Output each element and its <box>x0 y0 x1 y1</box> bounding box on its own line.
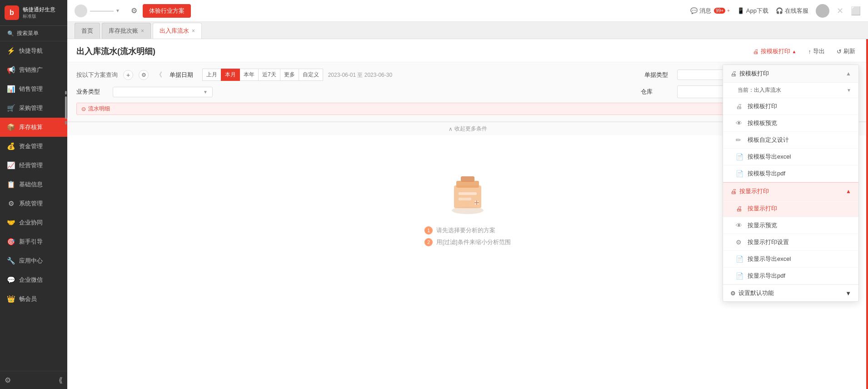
filter-setting-button[interactable]: ⚙ <box>139 70 149 80</box>
current-item-arrow: ▼ <box>847 88 851 93</box>
date-filter-current-year[interactable]: 本年 <box>239 69 259 81</box>
template-preview-icon: 👁 <box>736 120 744 127</box>
template-pdf-item[interactable]: 📄 按模板导出pdf <box>723 165 858 182</box>
warehouse-label: 仓库 <box>641 88 668 96</box>
filter-add-button[interactable]: + <box>123 70 133 80</box>
print-dropdown-arrow: ▲ <box>792 49 797 54</box>
page-header: 出入库流水(流水明细) 🖨 按模板打印 ▲ ↑ 导出 ↺ 刷新 <box>67 39 868 62</box>
topbar-right: 💬 消息 99+ + 📱 App下载 🎧 在线客服 ✕ ⬜ <box>690 4 861 18</box>
sidebar-item-quick-nav[interactable]: ⚡ 快捷导航 <box>0 41 67 60</box>
refresh-icon: ↺ <box>837 48 842 55</box>
template-excel-item[interactable]: 📄 按模板导出excel <box>723 149 858 165</box>
search-menu-item[interactable]: 🔍 搜索菜单 <box>0 26 67 41</box>
date-range-display: 2023-06-01 至 2023-06-30 <box>328 70 392 79</box>
template-current-item[interactable]: 当前：出入库流水 ▼ <box>723 83 858 98</box>
tab-inventory-flow-close[interactable]: × <box>192 28 195 34</box>
display-excel-item[interactable]: 📄 按显示导出excel <box>723 251 858 268</box>
collapse-label: 收起更多条件 <box>454 125 487 133</box>
date-filter-7days[interactable]: 近7天 <box>258 69 280 81</box>
sidebar-item-finance[interactable]: 💰 资金管理 <box>0 137 67 156</box>
sidebar-item-wechat[interactable]: 💬 企业微信 <box>0 270 67 289</box>
trial-button[interactable]: 体验行业方案 <box>143 4 191 18</box>
sidebar-item-app-center[interactable]: 🔧 应用中心 <box>0 251 67 270</box>
topbar: ———— ▼ ⚙ 体验行业方案 💬 消息 99+ + 📱 App下载 🎧 在线客… <box>67 0 868 22</box>
display-preview-item[interactable]: 👁 按显示预览 <box>723 217 858 234</box>
footer-arrow: ▼ <box>845 290 851 297</box>
user-avatar-top-area[interactable] <box>816 4 829 18</box>
collapse-sidebar-icon[interactable]: ⟪ <box>59 376 63 384</box>
sidebar-item-collab[interactable]: 🤝 企业协同 <box>0 213 67 232</box>
print-template-btn[interactable]: 🖨 按模板打印 ▲ <box>749 45 800 57</box>
close-window-icon[interactable]: ✕ <box>837 6 843 16</box>
display-print-icon: 🖨 <box>736 205 744 212</box>
topbar-gear-icon[interactable]: ⚙ <box>131 6 137 15</box>
sidebar-nav: ⚡ 快捷导航 📢 营销推广 📊 销售管理 🛒 采购管理 📦 库存核算 💰 资金管… <box>0 41 67 371</box>
svg-rect-5 <box>459 198 471 200</box>
tab-batch-account-close[interactable]: × <box>141 28 144 34</box>
refresh-btn[interactable]: ↺ 刷新 <box>833 45 859 57</box>
user-dropdown-arrow: ▼ <box>115 8 120 13</box>
settings-bottom-icon[interactable]: ⚙ <box>5 376 11 384</box>
step-num-1: 1 <box>424 226 433 234</box>
display-pdf-icon: 📄 <box>736 272 744 279</box>
message-item[interactable]: 💬 消息 99+ + <box>690 7 730 15</box>
sidebar-item-basic-info[interactable]: 📋 基础信息 <box>0 175 67 194</box>
svg-rect-4 <box>459 192 477 195</box>
display-print-header[interactable]: 🖨 按显示打印 ▲ <box>723 182 858 200</box>
inventory-icon: 📦 <box>6 123 15 132</box>
display-setting-item[interactable]: ⚙ 按显示打印设置 <box>723 234 858 251</box>
date-filter-last-month[interactable]: 上月 <box>202 69 221 81</box>
message-plus-icon: + <box>727 8 730 13</box>
sidebar-item-sales[interactable]: 📊 销售管理 <box>0 80 67 99</box>
tab-home[interactable]: 首页 <box>75 23 100 39</box>
sidebar-item-guide[interactable]: 🎯 新手引导 <box>0 232 67 251</box>
user-avatar-top <box>816 4 829 18</box>
date-filter-more[interactable]: 更多 <box>280 69 299 81</box>
sidebar-item-operations[interactable]: 📈 经营管理 <box>0 156 67 175</box>
type-label: 单据类型 <box>644 71 672 79</box>
display-preview-icon: 👁 <box>736 222 744 229</box>
filter-collapse-button[interactable]: 《 <box>154 70 164 80</box>
display-header-icon: 🖨 <box>730 188 737 195</box>
sidebar-item-marketing[interactable]: 📢 营销推广 <box>0 60 67 80</box>
template-preview-item[interactable]: 👁 按模板预览 <box>723 115 858 132</box>
tab-batch-account[interactable]: 库存批次账 × <box>102 23 151 39</box>
template-pdf-icon: 📄 <box>736 170 744 177</box>
tabs-bar: 首页 库存批次账 × 出入库流水 × <box>67 22 868 39</box>
sidebar-item-purchase[interactable]: 🛒 采购管理 <box>0 99 67 118</box>
filter-chip-icon: ⊙ <box>81 106 86 112</box>
date-filter-custom[interactable]: 自定义 <box>299 69 323 81</box>
sidebar-item-member[interactable]: 👑 畅会员 <box>0 289 67 309</box>
step-num-2: 2 <box>424 238 433 246</box>
filter-label: 按以下方案查询 <box>76 71 118 79</box>
marketing-icon: 📢 <box>6 65 15 75</box>
date-filter-current-month[interactable]: 本月 <box>221 69 240 81</box>
purchase-icon: 🛒 <box>6 104 15 113</box>
resize-handle[interactable] <box>866 39 868 389</box>
sidebar-item-inventory[interactable]: 📦 库存核算 <box>0 118 67 137</box>
display-header-arrow: ▲ <box>846 188 851 194</box>
app-download-item[interactable]: 📱 App下载 <box>737 7 768 15</box>
date-range-text: 2023-06-01 至 2023-06-30 <box>328 71 392 79</box>
business-type-select[interactable]: ▼ <box>113 87 213 97</box>
template-print-header[interactable]: 🖨 按模板打印 ▲ <box>723 65 858 83</box>
template-print-icon: 🖨 <box>736 103 744 110</box>
user-area[interactable]: ———— ▼ <box>75 5 120 17</box>
template-header-arrow: ▲ <box>846 70 851 77</box>
empty-step-2: 2 用[过滤]条件来缩小分析范围 <box>424 238 510 246</box>
expand-window-icon[interactable]: ⬜ <box>851 6 861 16</box>
template-print-item[interactable]: 🖨 按模板打印 <box>723 98 858 115</box>
template-design-item[interactable]: ✏ 模板自定义设计 <box>723 132 858 149</box>
empty-step-1: 1 请先选择要分析的方案 <box>424 226 510 234</box>
filter-chip-label: 流水明细 <box>88 105 110 113</box>
display-print-item[interactable]: 🖨 按显示打印 <box>723 200 858 217</box>
export-btn[interactable]: ↑ 导出 <box>805 45 829 57</box>
display-excel-icon: 📄 <box>736 255 744 263</box>
topbar-left: ———— ▼ ⚙ 体验行业方案 <box>75 4 690 18</box>
online-service-item[interactable]: 🎧 在线客服 <box>776 7 808 15</box>
display-pdf-item[interactable]: 📄 按显示导出pdf <box>723 268 858 284</box>
tab-inventory-flow[interactable]: 出入库流水 × <box>153 23 202 39</box>
sidebar-item-system[interactable]: ⚙ 系统管理 <box>0 194 67 213</box>
dropdown-footer[interactable]: ⚙ 设置默认功能 ▼ <box>723 284 858 301</box>
logo-text: 畅捷通好生意 标准版 <box>23 6 55 20</box>
